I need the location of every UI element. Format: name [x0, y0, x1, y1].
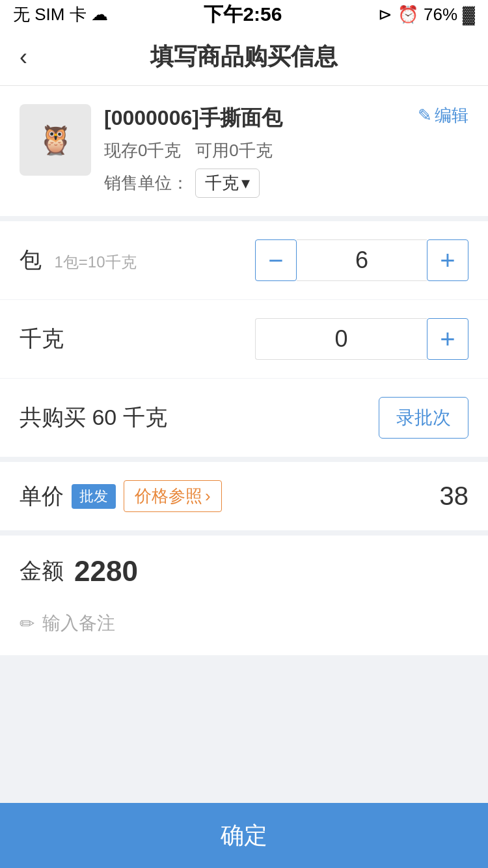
alarm-icon: ⏰ [398, 5, 418, 25]
nav-bar: ‹ 填写商品购买信息 [0, 29, 488, 86]
amount-section: 金额 2280 ✏ 输入备注 [0, 536, 488, 655]
product-logo: 🦉 [38, 123, 74, 157]
confirm-bar[interactable]: 确定 [0, 803, 488, 868]
bao-plus-button[interactable]: + [427, 239, 468, 281]
back-button[interactable]: ‹ [13, 37, 34, 77]
kg-plus-button[interactable]: + [427, 318, 468, 360]
sim-label: 无 SIM 卡 ☁ [13, 3, 108, 26]
bao-hint: 1包=10千克 [54, 253, 136, 271]
edit-button[interactable]: ✎ 编辑 [418, 104, 468, 127]
unit-arrow-icon: ▾ [241, 173, 250, 193]
status-right: ⊳ ⏰ 76% ▓ [378, 5, 475, 25]
quantity-section: 包 1包=10千克 − + 千克 + [0, 221, 488, 379]
battery-icon: ▓ [463, 5, 475, 25]
product-name: [0000006]手撕面包 [104, 104, 405, 133]
bao-minus-button[interactable]: − [255, 239, 297, 281]
kg-quantity-row: 千克 + [0, 300, 488, 379]
product-stock: 现存0千克 可用0千克 [104, 139, 405, 162]
total-row: 共购买 60 千克 录批次 [0, 379, 488, 462]
remark-row[interactable]: ✏ 输入备注 [20, 601, 468, 655]
price-label: 单价 [20, 481, 64, 511]
location-icon: ⊳ [378, 5, 392, 25]
price-section: 单价 批发 价格参照 › 38 [0, 462, 488, 536]
bao-quantity-row: 包 1包=10千克 − + [0, 221, 488, 300]
bao-label: 包 1包=10千克 [20, 245, 255, 275]
status-time: 下午2:56 [204, 1, 282, 28]
bao-controls: − + [255, 239, 468, 281]
product-info: [0000006]手撕面包 现存0千克 可用0千克 销售单位： 千克 ▾ [104, 104, 405, 198]
kg-label: 千克 [20, 324, 255, 354]
total-text: 共购买 60 千克 [20, 403, 167, 433]
amount-value: 2280 [74, 555, 138, 588]
price-label-group: 单价 批发 价格参照 › [20, 480, 222, 512]
kg-controls: + [255, 318, 468, 360]
total-value: 60 [92, 405, 122, 429]
remark-icon: ✏ [20, 613, 34, 634]
unit-label: 销售单位： [104, 172, 189, 195]
price-value: 38 [440, 481, 469, 511]
price-ref-button[interactable]: 价格参照 › [124, 480, 222, 512]
remark-placeholder: 输入备注 [42, 611, 115, 636]
bao-input[interactable] [297, 239, 427, 281]
edit-icon: ✎ [418, 105, 432, 126]
battery-label: 76% [424, 5, 457, 25]
product-card: 🦉 [0000006]手撕面包 现存0千克 可用0千克 销售单位： 千克 ▾ ✎… [0, 86, 488, 221]
price-tag-batch: 批发 [72, 484, 116, 509]
price-row: 单价 批发 价格参照 › 38 [20, 480, 468, 512]
price-ref-arrow-icon: › [205, 486, 211, 506]
unit-select[interactable]: 千克 ▾ [195, 169, 260, 198]
confirm-text: 确定 [221, 820, 267, 852]
product-image: 🦉 [20, 104, 91, 176]
status-left: 无 SIM 卡 ☁ [13, 3, 108, 26]
status-bar: 无 SIM 卡 ☁ 下午2:56 ⊳ ⏰ 76% ▓ [0, 0, 488, 29]
product-unit-row: 销售单位： 千克 ▾ [104, 169, 405, 198]
amount-label: 金额 [20, 556, 64, 586]
batch-button[interactable]: 录批次 [379, 397, 468, 439]
amount-row: 金额 2280 [20, 555, 468, 588]
kg-input[interactable] [255, 318, 427, 360]
page-title: 填写商品购买信息 [150, 41, 338, 73]
